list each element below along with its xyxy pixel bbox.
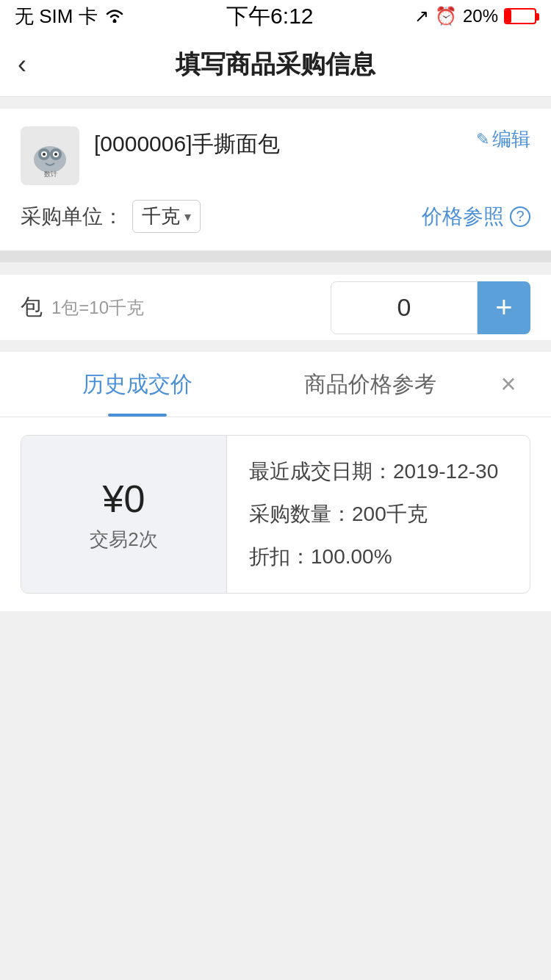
edit-icon: ✎ <box>476 130 489 149</box>
svg-point-1 <box>34 146 66 173</box>
tabs-section: 历史成交价 商品价格参考 × ¥0 交易2次 最近成交日期：2019-12-30… <box>0 352 551 611</box>
content-area: ¥0 交易2次 最近成交日期：2019-12-30 采购数量：200千克 折扣：… <box>0 417 551 611</box>
price-reference-button[interactable]: 价格参照 ? <box>422 203 530 231</box>
carrier-text: 无 SIM 卡 <box>15 4 98 29</box>
page-background <box>0 611 551 980</box>
svg-point-6 <box>43 153 46 156</box>
wifi-icon <box>104 5 126 28</box>
price-right-panel: 最近成交日期：2019-12-30 采购数量：200千克 折扣：100.00% <box>227 436 530 593</box>
tab-product-price[interactable]: 商品价格参考 <box>253 352 486 417</box>
unit-dropdown[interactable]: 千克 ▾ <box>132 200 201 233</box>
tabs-header: 历史成交价 商品价格参考 × <box>0 352 551 417</box>
price-ref-label: 价格参照 <box>422 203 504 231</box>
product-logo: 数计 <box>28 134 72 178</box>
price-date-row: 最近成交日期：2019-12-30 <box>249 456 508 487</box>
plus-icon: + <box>495 291 512 324</box>
unit-sub: 1包=10千克 <box>51 296 144 320</box>
status-right: ↗ ⏰ 20% <box>414 6 536 26</box>
battery-percent: 20% <box>463 6 498 26</box>
page-title: 填写商品采购信息 <box>176 48 375 82</box>
price-card: ¥0 交易2次 最近成交日期：2019-12-30 采购数量：200千克 折扣：… <box>21 435 530 594</box>
price-left-panel: ¥0 交易2次 <box>21 436 227 593</box>
unit-label: 采购单位： <box>21 203 123 231</box>
status-bar: 无 SIM 卡 下午6:12 ↗ ⏰ 20% <box>0 0 551 32</box>
quantity-label: 包 1包=10千克 <box>21 292 144 323</box>
product-thumbnail: 数计 <box>21 126 79 185</box>
product-section: 数计 [0000006]手撕面包 ✎ 编辑 采购单位： 千克 ▾ 价格参照 <box>0 109 551 251</box>
price-quantity-row: 采购数量：200千克 <box>249 499 508 530</box>
back-button[interactable]: ‹ <box>18 49 26 80</box>
product-left: 数计 [0000006]手撕面包 <box>21 126 280 185</box>
status-left: 无 SIM 卡 <box>15 4 126 29</box>
tab-active-indicator <box>108 414 167 417</box>
svg-point-0 <box>112 19 116 23</box>
tab-close-button[interactable]: × <box>486 362 530 406</box>
quantity-controls: 0 + <box>331 281 530 334</box>
product-name: [0000006]手撕面包 <box>94 126 280 159</box>
page-header: ‹ 填写商品采购信息 <box>0 32 551 97</box>
quantity-input[interactable]: 0 <box>331 281 478 334</box>
battery-icon <box>504 8 536 24</box>
price-discount-row: 折扣：100.00% <box>249 541 508 572</box>
tab-history-price[interactable]: 历史成交价 <box>21 352 253 417</box>
close-icon: × <box>500 369 516 400</box>
unit-value: 千克 <box>142 203 180 229</box>
help-icon: ? <box>510 206 530 227</box>
unit-row: 采购单位： 千克 ▾ <box>21 200 201 233</box>
svg-point-7 <box>54 153 57 156</box>
status-time: 下午6:12 <box>226 1 313 32</box>
unit-badge: 包 <box>21 292 43 323</box>
dropdown-arrow-icon: ▾ <box>184 209 191 225</box>
quantity-plus-button[interactable]: + <box>478 281 530 334</box>
location-icon: ↗ <box>414 6 429 26</box>
quantity-section: 包 1包=10千克 0 + <box>0 274 551 340</box>
alarm-icon: ⏰ <box>435 6 457 26</box>
edit-button[interactable]: ✎ 编辑 <box>476 126 530 152</box>
section-divider <box>0 251 551 262</box>
price-amount: ¥0 <box>103 477 145 521</box>
product-info: [0000006]手撕面包 <box>94 126 280 159</box>
price-trades: 交易2次 <box>90 527 157 552</box>
svg-text:数计: 数计 <box>44 170 57 178</box>
